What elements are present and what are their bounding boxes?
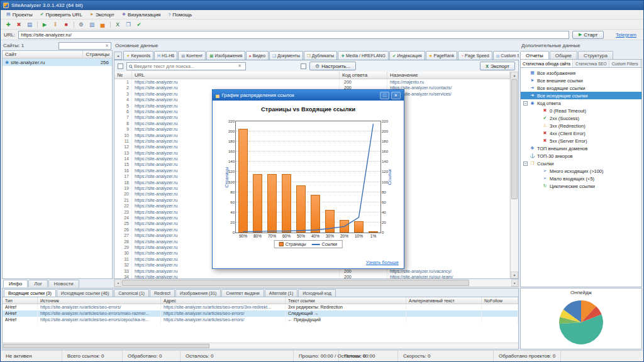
delete-project-button[interactable]: ✖: [14, 20, 24, 29]
site-row[interactable]: site-analyzer.ru 256: [3, 58, 112, 66]
column-alt-text[interactable]: Альтернативный текст: [406, 297, 482, 304]
learn-more-link[interactable]: Узнать больше: [366, 260, 399, 265]
column-source[interactable]: Источник: [38, 297, 161, 304]
tab-images[interactable]: ▦ Изображения: [206, 51, 245, 60]
menu-visualization[interactable]: ❖ Визуализация: [118, 11, 165, 18]
pause-scan-button[interactable]: ‖: [50, 20, 60, 29]
toolbar-separator[interactable]: [35, 21, 39, 28]
table-row[interactable]: 1 https://site-analyzer.ru 200 https://m…: [114, 79, 510, 85]
charts-button[interactable]: ▅: [97, 20, 108, 29]
expander-icon[interactable]: −: [523, 101, 528, 106]
column-nofollow[interactable]: NoFollow: [482, 297, 518, 304]
horizontal-scroll-thumb[interactable]: [122, 280, 469, 286]
tab-custom-search[interactable]: ◎ Custom Search: [493, 51, 519, 60]
export-excel-button[interactable]: X: [113, 20, 123, 29]
tree-item[interactable]: ➜ Все исходящие ссылки: [521, 92, 641, 99]
tree-item[interactable]: ⚠ 3xx (Redirection): [521, 122, 641, 129]
tree-item[interactable]: ▦ Все изображения: [521, 69, 641, 77]
tree-item[interactable]: ✖ 4xx (Client Error): [521, 129, 641, 137]
column-url[interactable]: URL: [132, 72, 340, 79]
configure-button[interactable]: Настроить...: [309, 62, 356, 70]
tab-snippet[interactable]: Сниппет выдачи: [221, 289, 264, 297]
link-row[interactable]: AHref https://site-analyzer.ru/articles/…: [3, 310, 518, 317]
table-row[interactable]: 34 https://site-analyzer.ru 200 https://…: [114, 274, 510, 278]
tab-reports[interactable]: Отчеты: [520, 51, 549, 59]
tab-news[interactable]: Новости: [48, 280, 79, 287]
tree-item[interactable]: ✔ 2xx (Success): [521, 114, 641, 122]
tree-item[interactable]: ✖ 0 (Read Timeout): [521, 107, 641, 114]
menu-check-url[interactable]: ✔ Проверить URL: [36, 11, 86, 18]
subtab-crawl-stats[interactable]: Статистика обхода сайта: [521, 60, 573, 67]
expander-icon[interactable]: −: [523, 162, 528, 166]
dialog-close-button[interactable]: ✕: [391, 92, 401, 99]
tree-item[interactable]: ❖ ТОП внешних доменов: [521, 145, 641, 152]
scroll-up-icon[interactable]: ▲: [511, 72, 518, 79]
start-scan-button[interactable]: ▶: [40, 20, 50, 29]
dialog-maximize-button[interactable]: □: [380, 92, 389, 99]
tab-h1-h6[interactable]: H H1-H6: [154, 51, 177, 60]
dialog-title-bar[interactable]: График распределения ссылок □ ✕: [213, 90, 404, 101]
column-site[interactable]: Сайт: [3, 51, 83, 58]
tab-duplicates[interactable]: ❐ Дубликаты: [304, 51, 337, 60]
settings-button[interactable]: ⚙: [76, 20, 86, 29]
tree-item[interactable]: ➣ Мало входящих (<5): [521, 175, 641, 182]
tab-source-code[interactable]: Исходный код: [298, 289, 336, 297]
column-type[interactable]: Тип: [3, 297, 38, 304]
tab-canonical[interactable]: Canonical (1): [114, 289, 149, 297]
filter-checkbox-1[interactable]: [118, 63, 123, 69]
url-input[interactable]: [18, 31, 569, 39]
column-link-text[interactable]: Текст ссылки: [286, 297, 406, 304]
tab-documents[interactable]: ❏ Документы: [269, 51, 303, 60]
tab-content[interactable]: ▤ Контент: [178, 51, 206, 60]
start-button[interactable]: Старт: [572, 31, 604, 39]
open-project-button[interactable]: ▤: [25, 20, 35, 29]
scroll-down-icon[interactable]: ▼: [511, 272, 518, 278]
new-project-button[interactable]: ✚: [3, 20, 13, 29]
search-input[interactable]: [134, 63, 234, 70]
menu-help[interactable]: ? Помощь: [164, 11, 196, 18]
tab-redirect[interactable]: Redirect: [150, 289, 175, 297]
tab-general[interactable]: Общие: [550, 51, 577, 59]
tree-item[interactable]: ✖ 5xx (Server Error): [521, 137, 641, 145]
clear-filter-icon[interactable]: ✕: [103, 43, 111, 48]
column-number[interactable]: №: [114, 72, 132, 79]
tree-item[interactable]: ➢ Много исходящих (>100): [521, 167, 641, 175]
tree-item[interactable]: − ◉ Код ответа: [521, 99, 641, 107]
tree-item[interactable]: ➜ Все входящие ссылки: [521, 84, 641, 92]
tab-indexing[interactable]: ✔ Индексация: [389, 51, 425, 60]
bottom-horizontal-scrollbar[interactable]: [3, 343, 518, 349]
columns-button[interactable]: ▥: [87, 20, 97, 29]
validate-button[interactable]: ✔: [134, 20, 144, 29]
scroll-right-icon[interactable]: ▸: [511, 279, 518, 287]
tab-log[interactable]: Лог: [28, 280, 48, 287]
filter-checkbox-2[interactable]: [301, 63, 306, 69]
sites-filter-input[interactable]: [59, 43, 103, 49]
column-response-code[interactable]: Код ответа: [340, 72, 387, 79]
tree-item[interactable]: ➤ Все внешние ссылки: [521, 77, 641, 84]
tab-alternate[interactable]: Alternate (1): [265, 289, 298, 297]
tab-info[interactable]: Инфо: [3, 280, 28, 287]
link-row[interactable]: AHref https://site-analyzer.ru/articles/…: [3, 304, 518, 310]
bottom-scroll-thumb[interactable]: [3, 344, 209, 348]
save-button[interactable]: ❐: [123, 20, 133, 29]
tab-keywords[interactable]: ✦ Keywords: [123, 51, 153, 60]
menu-projects[interactable]: ▤ Проекты: [3, 11, 36, 18]
toolbar-separator[interactable]: [72, 21, 75, 28]
menu-export[interactable]: ➤ Экспорт: [86, 11, 118, 18]
column-address[interactable]: Адрес: [161, 297, 286, 304]
column-destination[interactable]: Назначение: [387, 72, 510, 79]
tree-item[interactable]: − ❐ Ссылки: [521, 160, 641, 167]
title-bar[interactable]: SiteAnalyzer 3.0.1.432 (64 bit): [1, 1, 643, 10]
subtab-custom-filters[interactable]: Custom Filters: [610, 60, 641, 67]
link-row[interactable]: AHref https://site-analyzer.ru/articles/…: [3, 317, 518, 323]
tab-scroll-left-button[interactable]: ◂: [114, 52, 122, 60]
tab-media-hreflang[interactable]: ❖ Media / HREFLANG: [338, 51, 389, 60]
clear-search-icon[interactable]: ✕: [236, 63, 243, 69]
tab-outgoing-links[interactable]: Исходящие ссылки (46): [57, 289, 114, 297]
tab-pagespeed[interactable]: ◔ Page Speed: [458, 51, 492, 60]
tab-structure[interactable]: Структура: [578, 51, 613, 59]
tab-images-bottom[interactable]: Изображения (31): [175, 289, 221, 297]
tab-video[interactable]: ▸ Видео: [246, 51, 269, 60]
vertical-scrollbar[interactable]: ▲ ▼: [510, 72, 518, 278]
horizontal-scrollbar[interactable]: ◂ ▸: [114, 279, 519, 287]
